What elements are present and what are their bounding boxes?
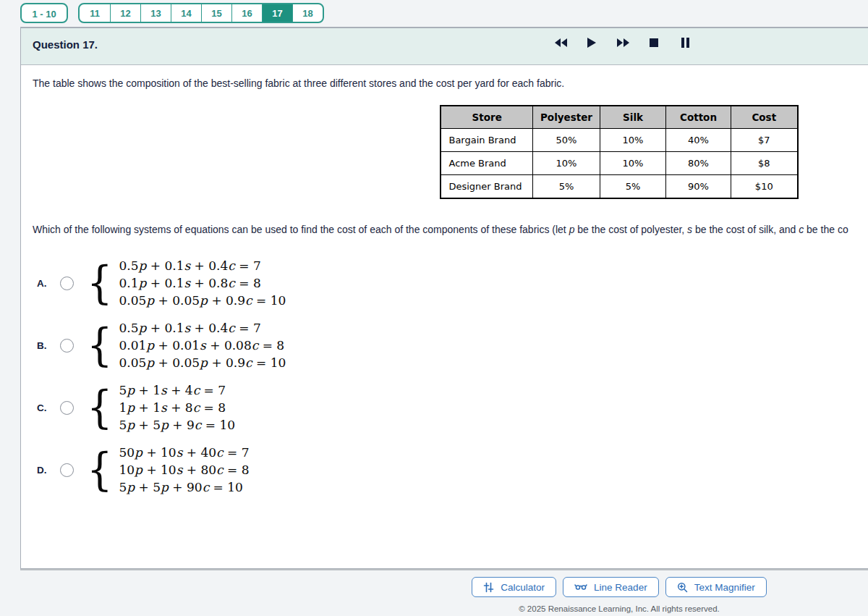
- table-row: Designer Brand 5% 5% 90% $10: [441, 175, 797, 199]
- equation-system: { 0.5p + 0.1s + 0.4c = 7 0.1p + 0.1s + 0…: [85, 257, 286, 309]
- option-label: D.: [37, 465, 54, 476]
- table-cell: $7: [731, 129, 798, 152]
- answer-option-d: D. { 50p + 10s + 40c = 7 10p + 10s + 80c…: [37, 444, 868, 496]
- question-prompt-text: Which of the following systems of equati…: [33, 224, 868, 235]
- answer-option-a: A. { 0.5p + 0.1s + 0.4c = 7 0.1p + 0.1s …: [37, 257, 868, 309]
- table-cell: 80%: [666, 152, 731, 175]
- line-reader-button[interactable]: Line Reader: [563, 577, 659, 597]
- calculator-button-label: Calculator: [501, 582, 545, 593]
- table-cell: Designer Brand: [441, 175, 532, 199]
- tab-1-10[interactable]: 1 - 10: [20, 3, 68, 23]
- option-label: B.: [37, 340, 54, 351]
- answer-option-b: B. { 0.5p + 0.1s + 0.4c = 7 0.01p + 0.01…: [37, 319, 868, 371]
- copyright-text: © 2025 Renaissance Learning, Inc. All ri…: [519, 604, 720, 613]
- equation: 5p + 5p + 9c = 10: [119, 416, 235, 434]
- table-header-cell: Cotton: [666, 106, 731, 129]
- table-row: Bargain Brand 50% 10% 40% $7: [441, 129, 797, 152]
- table-cell: 10%: [600, 152, 666, 175]
- table-cell: 10%: [532, 152, 600, 175]
- tab-15[interactable]: 15: [201, 4, 231, 22]
- table-cell: 10%: [600, 129, 666, 152]
- accessibility-tools: Calculator Line Reader: [472, 577, 766, 597]
- tab-18[interactable]: 18: [292, 4, 323, 22]
- tab-12[interactable]: 12: [110, 4, 140, 22]
- table-cell: 50%: [532, 129, 600, 152]
- tab-11[interactable]: 11: [80, 4, 110, 22]
- equation: 5p + 1s + 4c = 7: [119, 381, 235, 399]
- answer-options: A. { 0.5p + 0.1s + 0.4c = 7 0.1p + 0.1s …: [33, 257, 868, 496]
- option-c-radio[interactable]: [60, 401, 74, 415]
- table-header-cell: Cost: [731, 106, 798, 129]
- text-magnifier-icon: [677, 582, 688, 593]
- question-header: Question 17.: [21, 28, 868, 65]
- equation: 0.05p + 0.05p + 0.9c = 10: [119, 354, 286, 371]
- equation-system: { 0.5p + 0.1s + 0.4c = 7 0.01p + 0.01s +…: [85, 319, 286, 371]
- table-header-cell: Store: [441, 106, 532, 129]
- line-reader-icon: [574, 583, 587, 591]
- table-cell: $10: [731, 175, 798, 199]
- footer: Calculator Line Reader: [20, 577, 868, 613]
- table-cell: $8: [731, 152, 798, 175]
- system-brace: {: [87, 444, 113, 496]
- equation: 0.01p + 0.01s + 0.08c = 8: [119, 337, 286, 354]
- stop-icon[interactable]: [647, 37, 660, 48]
- calculator-button[interactable]: Calculator: [472, 577, 556, 597]
- rewind-icon[interactable]: [554, 37, 567, 48]
- equation: 0.5p + 0.1s + 0.4c = 7: [119, 319, 286, 337]
- tab-17-selected[interactable]: 17: [262, 4, 292, 22]
- option-b-radio[interactable]: [60, 339, 74, 353]
- line-reader-button-label: Line Reader: [594, 582, 647, 593]
- option-label: C.: [37, 402, 54, 413]
- tab-16[interactable]: 16: [231, 4, 262, 22]
- equation: 5p + 5p + 90c = 10: [119, 478, 249, 496]
- question-nav: 1 - 10 11 12 13 14 15 16 17 18: [20, 3, 324, 23]
- equation: 0.5p + 0.1s + 0.4c = 7: [119, 257, 286, 274]
- system-brace: {: [87, 257, 113, 309]
- equation: 10p + 10s + 80c = 8: [119, 461, 249, 478]
- text-magnifier-button-label: Text Magnifier: [694, 582, 755, 593]
- system-brace: {: [87, 381, 113, 434]
- table-header-row: Store Polyester Silk Cotton Cost: [441, 106, 797, 129]
- equation-system: { 50p + 10s + 40c = 7 10p + 10s + 80c = …: [85, 444, 250, 496]
- question-panel: Question 17. The table s: [20, 27, 868, 569]
- table-row: Acme Brand 10% 10% 80% $8: [441, 152, 797, 175]
- question-title: Question 17.: [33, 38, 98, 51]
- table-cell: 5%: [532, 175, 600, 199]
- calculator-icon: [483, 582, 494, 593]
- question-tab-group: 11 12 13 14 15 16 17 18: [78, 3, 324, 23]
- fabric-composition-table: Store Polyester Silk Cotton Cost Bargain…: [440, 105, 798, 199]
- audio-player-controls: [554, 37, 692, 48]
- fast-forward-icon[interactable]: [616, 37, 629, 48]
- play-icon[interactable]: [585, 37, 598, 48]
- system-brace: {: [87, 319, 113, 371]
- table-cell: 40%: [666, 129, 731, 152]
- tab-13[interactable]: 13: [140, 4, 171, 22]
- tab-14[interactable]: 14: [171, 4, 201, 22]
- page: 1 - 10 11 12 13 14 15 16 17 18 Question …: [0, 0, 868, 616]
- option-d-radio[interactable]: [60, 463, 74, 477]
- option-label: A.: [37, 278, 54, 289]
- question-body: The table shows the composition of the b…: [21, 77, 868, 496]
- equation-system: { 5p + 1s + 4c = 7 1p + 1s + 8c = 8 5p +…: [85, 381, 235, 434]
- pause-icon[interactable]: [678, 37, 692, 48]
- table-cell: Acme Brand: [441, 152, 532, 175]
- table-cell: Bargain Brand: [441, 129, 532, 152]
- answer-option-c: C. { 5p + 1s + 4c = 7 1p + 1s + 8c = 8 5…: [37, 381, 868, 434]
- table-header-cell: Silk: [600, 106, 666, 129]
- option-a-radio[interactable]: [60, 277, 74, 290]
- text-magnifier-button[interactable]: Text Magnifier: [665, 577, 767, 597]
- table-header-cell: Polyester: [532, 106, 600, 129]
- table-cell: 90%: [666, 175, 731, 199]
- question-intro-text: The table shows the composition of the b…: [33, 77, 868, 89]
- equation: 0.05p + 0.05p + 0.9c = 10: [119, 292, 286, 309]
- equation: 0.1p + 0.1s + 0.8c = 8: [119, 274, 286, 292]
- equation: 50p + 10s + 40c = 7: [119, 444, 249, 461]
- equation: 1p + 1s + 8c = 8: [119, 399, 235, 416]
- table-cell: 5%: [600, 175, 666, 199]
